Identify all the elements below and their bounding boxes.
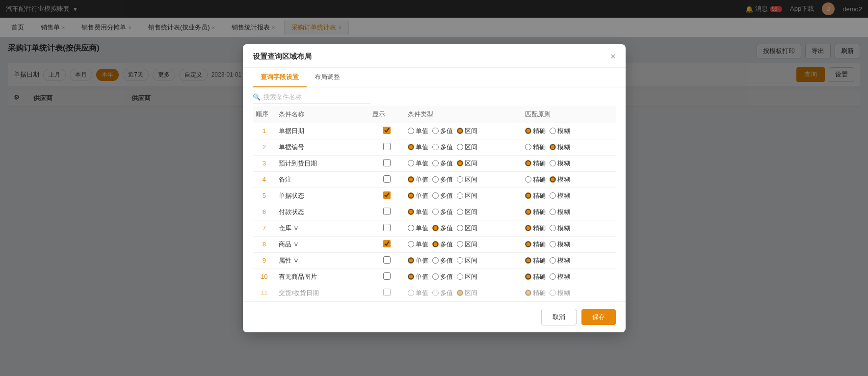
modal-overlay: 设置查询区域布局 × 查询字段设置 布局调整 🔍 顺序: [0, 0, 868, 376]
type-radio-item[interactable]: 单值: [408, 289, 428, 297]
match-radio-item[interactable]: 模糊: [550, 175, 570, 184]
type-radio-item[interactable]: 多值: [432, 256, 453, 265]
match-radio-item[interactable]: 模糊: [550, 191, 570, 200]
table-row: 10有无商品图片单值多值区间精确模糊: [253, 269, 616, 285]
type-radio-item[interactable]: 单值: [408, 272, 428, 281]
row-order: 2: [253, 139, 276, 155]
match-radio-item[interactable]: 模糊: [550, 143, 570, 152]
type-radio-item[interactable]: 单值: [408, 159, 428, 168]
type-radio-item[interactable]: 多值: [432, 240, 453, 249]
row-order: 3: [253, 155, 276, 171]
row-order: 4: [253, 171, 276, 188]
type-radio-item[interactable]: 区间: [457, 208, 477, 216]
search-input[interactable]: [263, 93, 362, 101]
show-checkbox[interactable]: [383, 143, 391, 150]
type-radio-item[interactable]: 单值: [408, 224, 428, 233]
type-radio-item[interactable]: 多值: [432, 224, 453, 233]
modal-tabs: 查询字段设置 布局调整: [243, 68, 626, 87]
show-checkbox[interactable]: [383, 175, 391, 183]
match-radio-item[interactable]: 模糊: [550, 208, 570, 216]
match-radio-item[interactable]: 精确: [525, 224, 546, 233]
table-row: 5单据状态单值多值区间精确模糊: [253, 188, 616, 204]
show-checkbox[interactable]: [383, 159, 391, 166]
tab-layout-adjust[interactable]: 布局调整: [307, 68, 348, 87]
type-radio-item[interactable]: 多值: [432, 191, 453, 200]
match-radio-item[interactable]: 精确: [525, 240, 546, 249]
search-icon: 🔍: [253, 93, 261, 101]
row-order: 6: [253, 204, 276, 220]
settings-modal: 设置查询区域布局 × 查询字段设置 布局调整 🔍 顺序: [243, 44, 626, 332]
type-radio-item[interactable]: 单值: [408, 240, 428, 249]
type-radio-item[interactable]: 单值: [408, 208, 428, 216]
table-row: 4备注单值多值区间精确模糊: [253, 171, 616, 188]
type-radio-item[interactable]: 区间: [457, 272, 477, 281]
show-checkbox[interactable]: [383, 224, 391, 231]
match-radio-item[interactable]: 精确: [525, 127, 546, 135]
match-radio-item[interactable]: 模糊: [550, 159, 570, 168]
type-radio-item[interactable]: 多值: [432, 272, 453, 281]
cancel-button[interactable]: 取消: [541, 309, 577, 325]
tab-query-fields[interactable]: 查询字段设置: [253, 68, 307, 87]
type-radio-item[interactable]: 多值: [432, 143, 453, 152]
type-radio-item[interactable]: 单值: [408, 127, 428, 135]
row-type-cell: 单值多值区间: [405, 188, 522, 204]
fields-table: 顺序 条件名称 显示 条件类型 匹配原则 1单据日期单值多值区间精确模糊2单据编…: [253, 106, 616, 301]
table-header-row: 顺序 条件名称 显示 条件类型 匹配原则: [253, 106, 616, 123]
match-radio-item[interactable]: 模糊: [550, 289, 570, 297]
row-condition-name: 预计到货日期: [276, 155, 369, 171]
match-radio-item[interactable]: 精确: [525, 208, 546, 216]
show-checkbox[interactable]: [383, 191, 391, 199]
match-radio-item[interactable]: 模糊: [550, 256, 570, 265]
row-order: 7: [253, 220, 276, 236]
match-radio-item[interactable]: 精确: [525, 143, 546, 152]
type-radio-item[interactable]: 区间: [457, 191, 477, 200]
match-radio-item[interactable]: 精确: [525, 175, 546, 184]
match-radio-item[interactable]: 精确: [525, 191, 546, 200]
type-radio-item[interactable]: 区间: [457, 127, 477, 135]
row-order: 9: [253, 252, 276, 269]
match-radio-item[interactable]: 精确: [525, 289, 546, 297]
match-radio-item[interactable]: 模糊: [550, 224, 570, 233]
type-radio-item[interactable]: 单值: [408, 256, 428, 265]
row-match-cell: 精确模糊: [522, 285, 616, 301]
type-radio-item[interactable]: 单值: [408, 175, 428, 184]
show-checkbox[interactable]: [383, 208, 391, 215]
match-radio-item[interactable]: 精确: [525, 256, 546, 265]
match-radio-item[interactable]: 模糊: [550, 127, 570, 135]
type-radio-item[interactable]: 多值: [432, 127, 453, 135]
match-radio-item[interactable]: 模糊: [550, 272, 570, 281]
type-radio-item[interactable]: 多值: [432, 159, 453, 168]
type-radio-item[interactable]: 区间: [457, 289, 477, 297]
show-checkbox[interactable]: [383, 289, 391, 296]
type-radio-item[interactable]: 多值: [432, 208, 453, 216]
row-show-cell: [369, 220, 405, 236]
save-button[interactable]: 保存: [581, 309, 616, 325]
row-show-cell: [369, 139, 405, 155]
show-checkbox[interactable]: [383, 272, 391, 280]
th-show: 显示: [369, 106, 405, 123]
type-radio-item[interactable]: 多值: [432, 289, 453, 297]
type-radio-item[interactable]: 区间: [457, 143, 477, 152]
type-radio-item[interactable]: 多值: [432, 175, 453, 184]
type-radio-item[interactable]: 区间: [457, 256, 477, 265]
show-checkbox[interactable]: [383, 240, 391, 247]
type-radio-item[interactable]: 区间: [457, 159, 477, 168]
modal-table: 顺序 条件名称 显示 条件类型 匹配原则 1单据日期单值多值区间精确模糊2单据编…: [243, 106, 626, 301]
type-radio-item[interactable]: 区间: [457, 175, 477, 184]
type-radio-item[interactable]: 单值: [408, 191, 428, 200]
th-type: 条件类型: [405, 106, 522, 123]
modal-close-button[interactable]: ×: [610, 52, 616, 61]
row-type-cell: 单值多值区间: [405, 171, 522, 188]
match-radio-item[interactable]: 精确: [525, 159, 546, 168]
type-radio-item[interactable]: 区间: [457, 224, 477, 233]
match-radio-item[interactable]: 模糊: [550, 240, 570, 249]
type-radio-item[interactable]: 单值: [408, 143, 428, 152]
modal-header: 设置查询区域布局 ×: [243, 44, 626, 68]
type-radio-item[interactable]: 区间: [457, 240, 477, 249]
match-radio-item[interactable]: 精确: [525, 272, 546, 281]
row-match-cell: 精确模糊: [522, 252, 616, 269]
show-checkbox[interactable]: [383, 127, 391, 134]
show-checkbox[interactable]: [383, 256, 391, 264]
row-order: 8: [253, 236, 276, 252]
row-show-cell: [369, 285, 405, 301]
